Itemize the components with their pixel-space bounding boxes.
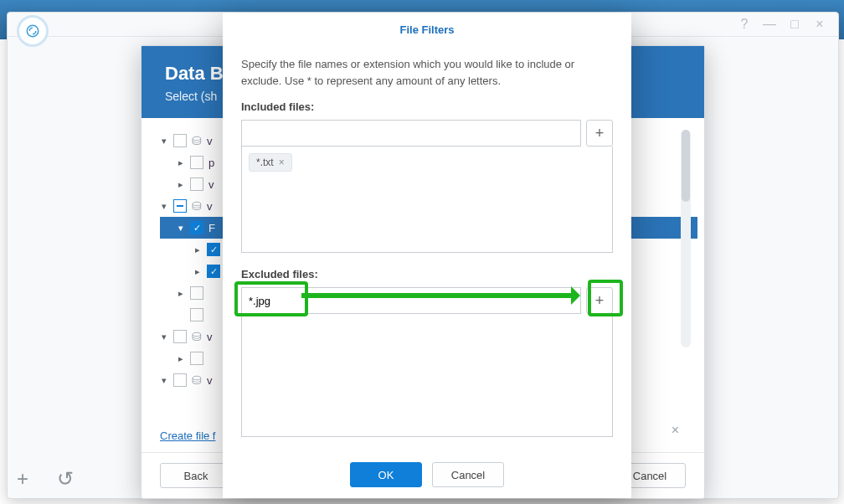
- included-files-input[interactable]: [241, 120, 581, 147]
- chip-remove-icon[interactable]: ×: [279, 157, 285, 168]
- tree-checkbox[interactable]: [190, 177, 203, 191]
- tree-caret-icon[interactable]: ▾: [160, 136, 168, 147]
- volume-icon: ⛁: [192, 199, 202, 213]
- tree-checkbox[interactable]: ✓: [207, 265, 220, 278]
- svg-point-0: [27, 25, 39, 37]
- tree-caret-icon[interactable]: ▸: [193, 244, 202, 255]
- dialog-description: Specify the file names or extension whic…: [241, 56, 613, 89]
- tree-caret-icon[interactable]: ▸: [177, 288, 185, 299]
- tree-scrollbar[interactable]: [681, 130, 691, 347]
- tree-caret-icon[interactable]: ▸: [177, 157, 185, 168]
- tree-label: p: [208, 157, 214, 169]
- add-included-button[interactable]: +: [586, 120, 613, 147]
- dialog-title: File Filters: [223, 13, 631, 46]
- included-files-list: *.txt×: [241, 147, 613, 253]
- volume-icon: ⛁: [192, 330, 202, 343]
- excluded-files-input[interactable]: [241, 287, 581, 314]
- tree-label: v: [207, 200, 213, 213]
- tree-caret-icon[interactable]: ▸: [177, 353, 185, 364]
- history-button[interactable]: ↺: [57, 467, 74, 491]
- tree-caret-icon[interactable]: ▸: [193, 266, 202, 277]
- dialog-cancel-button[interactable]: Cancel: [432, 462, 504, 487]
- chip-label: *.txt: [256, 157, 274, 168]
- add-task-button[interactable]: +: [17, 467, 28, 491]
- tree-label: v: [208, 178, 214, 191]
- tree-checkbox[interactable]: [173, 330, 187, 343]
- close-panel-icon[interactable]: ×: [672, 423, 679, 438]
- minimize-button[interactable]: —: [763, 17, 776, 32]
- tree-checkbox[interactable]: [173, 134, 187, 147]
- scrollbar-thumb[interactable]: [682, 130, 690, 202]
- tree-caret-icon[interactable]: ▾: [177, 223, 185, 234]
- app-logo: [17, 15, 49, 47]
- tree-checkbox[interactable]: [190, 156, 203, 169]
- tree-checkbox[interactable]: ✓: [207, 243, 220, 256]
- add-excluded-button[interactable]: +: [586, 287, 613, 314]
- tree-checkbox[interactable]: ✓: [190, 221, 203, 234]
- tree-caret-icon[interactable]: ▾: [160, 375, 168, 386]
- tree-label: v: [207, 331, 213, 343]
- volume-icon: ⛁: [192, 134, 202, 147]
- tree-label: v: [207, 135, 213, 147]
- help-button[interactable]: ?: [738, 17, 751, 32]
- dialog-footer: OK Cancel: [223, 451, 631, 498]
- tree-caret-icon[interactable]: ▾: [160, 201, 168, 212]
- create-file-filter-link[interactable]: Create file f: [160, 429, 215, 442]
- utility-buttons: + ↺: [17, 467, 74, 491]
- volume-icon: ⛁: [192, 373, 202, 387]
- tree-caret-icon[interactable]: ▸: [177, 179, 185, 190]
- file-filters-dialog: File Filters Specify the file names or e…: [223, 13, 631, 498]
- tree-checkbox[interactable]: [190, 352, 203, 365]
- tree-caret-icon[interactable]: ▾: [160, 332, 168, 342]
- tree-label: F: [208, 222, 215, 234]
- excluded-files-label: Excluded files:: [241, 268, 318, 280]
- back-button[interactable]: Back: [160, 463, 232, 488]
- maximize-button[interactable]: □: [788, 17, 801, 32]
- excluded-files-list: [241, 314, 613, 437]
- tree-checkbox[interactable]: [173, 199, 187, 213]
- tree-label: v: [207, 374, 213, 387]
- filter-chip[interactable]: *.txt×: [249, 153, 292, 172]
- close-button[interactable]: ×: [813, 17, 826, 32]
- tree-checkbox[interactable]: [190, 286, 203, 300]
- ok-button[interactable]: OK: [350, 462, 422, 487]
- tree-checkbox[interactable]: [190, 308, 203, 321]
- tree-checkbox[interactable]: [173, 373, 187, 387]
- included-files-label: Included files:: [241, 100, 314, 113]
